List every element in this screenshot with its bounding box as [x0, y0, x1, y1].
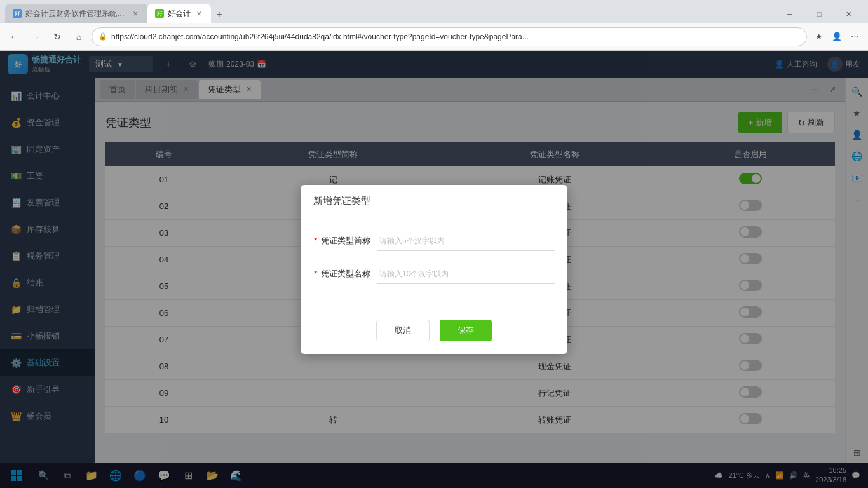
short-name-row: * 凭证类型简称 — [313, 231, 555, 251]
full-name-input[interactable] — [377, 264, 555, 284]
back-button[interactable]: ← — [5, 28, 23, 46]
reload-button[interactable]: ↻ — [48, 28, 66, 46]
modal-overlay: 新增凭证类型 * 凭证类型简称 * 凭证类型名称 取消 保存 — [0, 51, 868, 488]
minimize-button[interactable]: ─ — [775, 5, 804, 23]
home-button[interactable]: ⌂ — [70, 28, 88, 46]
browser-tab-2-close[interactable]: ✕ — [194, 9, 203, 18]
tab-favicon-1: 好 — [13, 9, 22, 18]
add-voucher-type-modal: 新增凭证类型 * 凭证类型简称 * 凭证类型名称 取消 保存 — [301, 185, 567, 354]
short-name-required: * — [314, 236, 317, 245]
short-name-label: * 凭证类型简称 — [313, 235, 377, 247]
full-name-label: * 凭证类型名称 — [313, 268, 377, 280]
profile-button[interactable]: 👤 — [829, 29, 845, 45]
browser-tab-1-label: 好会计云财务软件管理系统_会计 — [25, 8, 127, 19]
forward-button[interactable]: → — [27, 28, 44, 46]
address-bar[interactable]: 🔒 https://cloud2.chanjet.com/accounting/… — [92, 27, 807, 46]
ssl-icon: 🔒 — [98, 32, 107, 41]
modal-body: * 凭证类型简称 * 凭证类型名称 — [301, 215, 567, 312]
modal-title: 新增凭证类型 — [313, 195, 370, 206]
full-name-required: * — [314, 269, 317, 278]
browser-tab-2[interactable]: 好 好会计 ✕ — [147, 4, 211, 23]
close-button[interactable]: ✕ — [834, 5, 863, 23]
cancel-button[interactable]: 取消 — [376, 320, 430, 341]
modal-footer: 取消 保存 — [301, 312, 567, 354]
modal-header: 新增凭证类型 — [301, 185, 567, 215]
address-text: https://cloud2.chanjet.com/accounting/uh… — [111, 32, 800, 41]
menu-button[interactable]: ⋯ — [846, 29, 863, 45]
new-tab-button[interactable]: + — [211, 6, 227, 23]
browser-tab-1-close[interactable]: ✕ — [131, 9, 140, 18]
browser-tab-2-label: 好会计 — [168, 8, 191, 19]
tab-favicon-2: 好 — [155, 9, 164, 18]
full-name-row: * 凭证类型名称 — [313, 264, 555, 284]
browser-tab-1[interactable]: 好 好会计云财务软件管理系统_会计 ✕ — [5, 4, 147, 23]
tab-bar: 好 好会计云财务软件管理系统_会计 ✕ 好 好会计 ✕ + ─ □ ✕ — [0, 0, 868, 23]
short-name-input[interactable] — [377, 231, 555, 251]
extensions-button[interactable]: ★ — [811, 29, 827, 45]
maximize-button[interactable]: □ — [804, 5, 834, 23]
save-button[interactable]: 保存 — [440, 320, 492, 341]
browser-actions: ★ 👤 ⋯ — [811, 29, 863, 45]
browser-toolbar: ← → ↻ ⌂ 🔒 https://cloud2.chanjet.com/acc… — [0, 23, 868, 51]
